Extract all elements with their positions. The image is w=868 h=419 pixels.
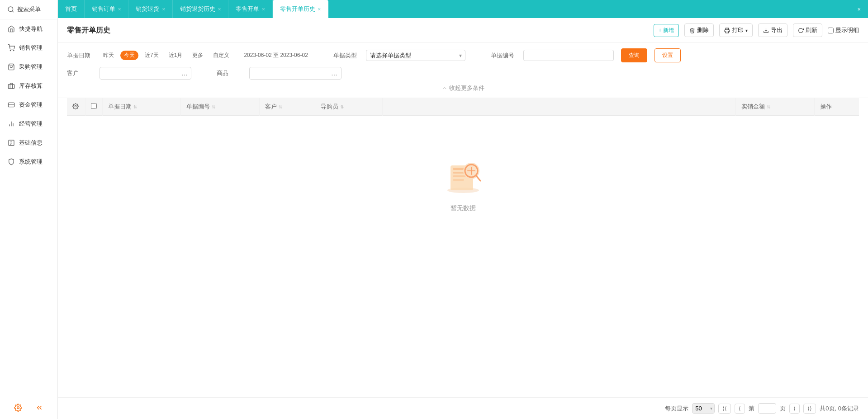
type-select-wrap: 请选择单据类型 ▾ (366, 50, 465, 61)
toolbar: + 新增 删除 打印 ▾ 导出 刷新 (654, 24, 859, 37)
current-page-input[interactable]: 1 (758, 403, 776, 414)
system-settings-icon (7, 158, 15, 166)
filter-row-2: 客户 ... 商品 ... (67, 67, 859, 80)
first-page-btn[interactable]: ⟨⟨ (718, 404, 731, 414)
collapse-button[interactable]: 收起更多条件 (442, 84, 484, 92)
date-filter-label: 单据日期 (67, 52, 92, 60)
amount-sort-icon: ⇅ (767, 104, 770, 109)
close-window-btn[interactable]: × (857, 6, 861, 13)
date-option-custom[interactable]: 自定义 (209, 51, 233, 60)
last-page-btn[interactable]: ⟩⟩ (803, 404, 816, 414)
export-icon (763, 28, 769, 33)
tab-retail-open-history-close[interactable]: × (318, 6, 321, 12)
print-button[interactable]: 打印 ▾ (719, 24, 753, 37)
sidebar-item-basic-info[interactable]: 基础信息 (0, 133, 57, 152)
select-all-checkbox[interactable] (91, 103, 97, 109)
th-amount: 实销金额 ⇅ (735, 98, 814, 116)
doc-no-input[interactable] (527, 52, 610, 59)
date-options: 昨天 今天 近7天 近1月 更多 自定义 (100, 51, 233, 60)
checkbox-th (85, 98, 102, 116)
settings-th (67, 98, 85, 116)
tab-home[interactable]: 首页 (58, 0, 85, 18)
th-doc-no-sort[interactable]: 单据编号 ⇅ (186, 103, 254, 111)
sidebar-search[interactable]: 搜索采单 (0, 0, 57, 19)
print-icon (724, 28, 730, 33)
export-button[interactable]: 导出 (758, 24, 787, 37)
refresh-button[interactable]: 刷新 (793, 24, 822, 37)
svg-point-3 (14, 50, 14, 51)
th-customer-sort[interactable]: 客户 ⇅ (265, 103, 309, 111)
sidebar-item-sales-mgmt[interactable]: 销售管理 (0, 38, 57, 57)
product-input[interactable] (253, 70, 329, 77)
sidebar-item-quick-nav[interactable]: 快捷导航 (0, 19, 57, 38)
next-page-btn[interactable]: ⟩ (789, 404, 800, 414)
sidebar-item-inventory-label: 库存核算 (19, 82, 43, 90)
search-icon (7, 6, 14, 13)
customer-filter-label: 客户 (67, 69, 92, 77)
salesperson-sort-icon: ⇅ (340, 104, 344, 109)
warehouse-icon (7, 82, 15, 90)
sidebar-item-purchase-mgmt[interactable]: 采购管理 (0, 57, 57, 76)
new-button[interactable]: + 新增 (654, 24, 679, 37)
tab-retail-open-history[interactable]: 零售开单历史 × (273, 0, 328, 18)
customer-dots-btn[interactable]: ... (181, 69, 187, 77)
date-option-yesterday[interactable]: 昨天 (100, 51, 118, 60)
topbar: 首页 销售订单 × 销货退货 × 销货退货历史 × 零售开单 × 零售开单历史 … (58, 0, 868, 18)
svg-point-0 (8, 7, 13, 12)
collapse-sidebar-icon[interactable] (35, 404, 43, 414)
tab-sales-return-history-close[interactable]: × (218, 6, 221, 12)
svg-point-2 (10, 50, 10, 51)
page-size-select[interactable]: 50 10 20 100 (692, 403, 715, 414)
prev-page-btn[interactable]: ⟨ (735, 404, 745, 414)
date-sort-icon: ⇅ (133, 104, 137, 109)
tab-retail-open[interactable]: 零售开单 × (228, 0, 272, 18)
pagination: 每页显示 50 10 20 100 ▾ ⟨⟨ ⟨ 第 1 页 ⟩ ⟩⟩ 共0页,… (58, 397, 868, 419)
sidebar-item-finance-label: 资金管理 (19, 101, 43, 109)
chart-icon (7, 120, 15, 128)
date-option-today[interactable]: 今天 (120, 51, 138, 60)
table-settings-icon[interactable] (72, 103, 79, 109)
tab-retail-open-close[interactable]: × (262, 6, 265, 12)
product-dots-btn[interactable]: ... (331, 69, 337, 77)
customer-input[interactable] (104, 70, 180, 77)
tab-sales-return[interactable]: 销货退货 × (128, 0, 172, 18)
customer-input-wrap: ... (100, 67, 191, 80)
date-option-last1month[interactable]: 近1月 (165, 51, 186, 60)
tab-sales-order-close[interactable]: × (118, 6, 121, 12)
home-icon (7, 25, 15, 33)
page-total: 共0页, 0条记录 (820, 405, 859, 413)
th-salesperson-sort[interactable]: 导购员 ⇅ (321, 103, 376, 111)
tab-sales-return-close[interactable]: × (162, 6, 165, 12)
sidebar-search-label: 搜索采单 (17, 5, 41, 14)
topbar-right: × (857, 6, 868, 13)
settings-footer-icon[interactable] (14, 404, 22, 414)
sidebar-item-system[interactable]: 系统管理 (0, 152, 57, 171)
doc-no-input-wrap (523, 50, 614, 61)
th-amount-sort[interactable]: 实销金额 ⇅ (741, 103, 809, 111)
query-button[interactable]: 查询 (621, 48, 647, 62)
sidebar-item-operations[interactable]: 经营管理 (0, 114, 57, 133)
date-option-last7[interactable]: 近7天 (141, 51, 162, 60)
package-icon (7, 63, 15, 71)
date-option-more[interactable]: 更多 (189, 51, 207, 60)
th-date: 单据日期 ⇅ (102, 98, 181, 116)
sidebar-item-inventory[interactable]: 库存核算 (0, 76, 57, 95)
delete-button[interactable]: 删除 (684, 24, 714, 37)
svg-line-1 (12, 11, 14, 12)
svg-line-27 (476, 175, 480, 181)
sidebar-item-finance[interactable]: 资金管理 (0, 95, 57, 114)
page-size-label: 每页显示 (665, 405, 688, 413)
svg-rect-5 (8, 85, 14, 89)
tab-sales-return-history[interactable]: 销货退货历史 × (173, 0, 228, 18)
tab-sales-order[interactable]: 销售订单 × (85, 0, 128, 18)
svg-point-15 (17, 407, 19, 409)
th-date-sort[interactable]: 单据日期 ⇅ (108, 103, 175, 111)
customer-sort-icon: ⇅ (279, 104, 282, 109)
refresh-icon (798, 28, 804, 33)
sidebar-item-quick-nav-label: 快捷导航 (19, 25, 43, 33)
display-detail-checkbox[interactable] (828, 28, 834, 33)
empty-illustration (441, 152, 486, 197)
doc-no-sort-icon: ⇅ (212, 104, 215, 109)
type-select[interactable]: 请选择单据类型 (366, 50, 465, 61)
settings-button[interactable]: 设置 (655, 48, 681, 62)
